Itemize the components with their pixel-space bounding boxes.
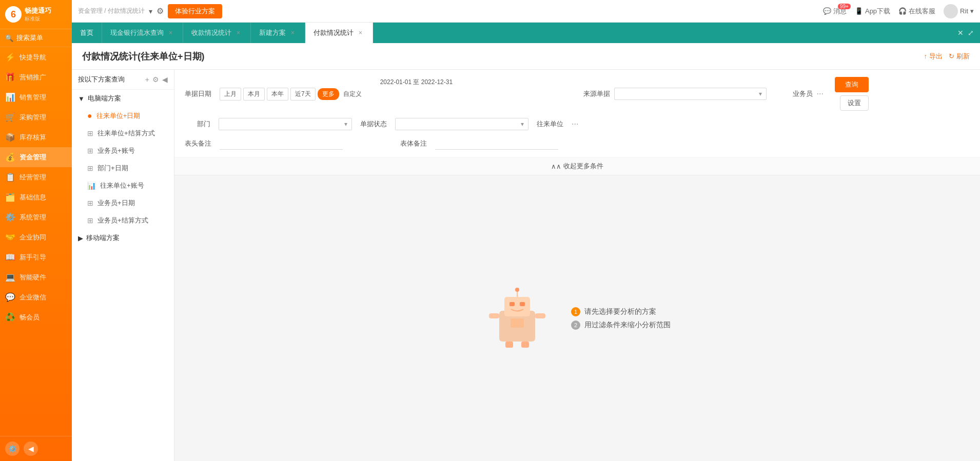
collapse-more-btn[interactable]: ∧∧ 收起更多条件: [551, 162, 603, 171]
cash-flow-tab-close[interactable]: ×: [167, 28, 174, 37]
filter-section: 单据日期 上月 本月 本年 近7天 更多 自定义: [174, 70, 980, 157]
pay-stat-tab-close[interactable]: ×: [357, 28, 364, 37]
receive-stat-tab-close[interactable]: ×: [234, 28, 242, 37]
date-range-display[interactable]: 2022-01-01 至 2022-12-31: [380, 78, 563, 87]
query-btn[interactable]: 查询: [835, 77, 869, 92]
sidebar-item-label: 企业协同: [19, 233, 46, 242]
sidebar-item-inventory[interactable]: 📦 库存核算: [0, 127, 72, 147]
sidebar-item-finance[interactable]: 💰 资金管理: [0, 147, 72, 167]
source-select[interactable]: ▾: [614, 88, 766, 100]
tab-pay-stat[interactable]: 付款情况统计 ×: [305, 23, 373, 43]
sidebar-collapse-btn[interactable]: ◀: [24, 442, 38, 456]
export-btn[interactable]: ↑ 导出: [924, 52, 943, 61]
sidebar-item-label: 销售管理: [19, 93, 46, 102]
collapse-bar: ∧∧ 收起更多条件: [174, 157, 980, 175]
last-7-days-btn[interactable]: 近7天: [290, 88, 316, 101]
home-tab-label: 首页: [80, 28, 93, 37]
desktop-scheme-category[interactable]: ▼ 电脑端方案: [72, 90, 174, 107]
scheme-item-partner-account[interactable]: 📊 往来单位+账号: [72, 177, 174, 194]
app-download-btn[interactable]: 📱 App下载: [855, 7, 890, 16]
chevron-right-icon: ▶: [78, 234, 83, 242]
sidebar-item-purchase[interactable]: 🛒 采购管理: [0, 107, 72, 127]
user-dropdown-icon: ▾: [970, 7, 974, 15]
search-icon: 🔍: [5, 34, 13, 42]
voucher-status-select[interactable]: ▾: [395, 118, 528, 130]
cooperation-icon: 🤝: [5, 232, 15, 242]
partner-ellipsis[interactable]: ···: [572, 119, 578, 129]
header-note-input[interactable]: [220, 137, 343, 150]
trial-btn[interactable]: 体验行业方案: [168, 4, 222, 18]
filter-settings-btn[interactable]: 设置: [840, 95, 869, 111]
add-scheme-btn[interactable]: +: [145, 75, 149, 84]
this-month-btn[interactable]: 本月: [243, 88, 265, 101]
scheme-item-partner-settlement[interactable]: ⊞ 往来单位+结算方式: [72, 125, 174, 142]
messages-btn[interactable]: 💬 消息 99+: [823, 7, 847, 16]
page-content: 付款情况统计(往来单位+日期) ↑ 导出 ↻ 刷新 按以下方案查询 +: [72, 43, 980, 461]
scheme-item-staff-account[interactable]: ⊞ 业务员+账号: [72, 142, 174, 159]
new-plan-tab-label: 新建方案: [259, 28, 286, 37]
sidebar-item-system[interactable]: ⚙️ 系统管理: [0, 207, 72, 227]
scheme-item-staff-date[interactable]: ⊞ 业务员+日期: [72, 194, 174, 212]
this-year-btn[interactable]: 本年: [267, 88, 288, 101]
scheme-item-dept-date[interactable]: ⊞ 部门+日期: [72, 159, 174, 177]
maximize-btn[interactable]: ⤢: [968, 29, 974, 37]
source-filter-label: 来源单据: [583, 89, 610, 98]
sidebar-item-hardware[interactable]: 💻 智能硬件: [0, 267, 72, 287]
sidebar-item-label: 基础信息: [19, 193, 46, 202]
sidebar-item-label: 经营管理: [19, 173, 46, 182]
collapse-arrow-icon: ∧∧: [551, 163, 561, 170]
search-menu[interactable]: 🔍 搜索菜单: [0, 29, 72, 47]
scheme-settings-btn[interactable]: ⚙: [152, 75, 159, 84]
sidebar: 6 畅捷通巧 标准版 🔍 搜索菜单 ⚡ 快捷导航 🎁 营销推广 📊 销售管理 🛒…: [0, 0, 72, 461]
refresh-btn[interactable]: ↻ 刷新: [949, 52, 970, 61]
sidebar-item-marketing[interactable]: 🎁 营销推广: [0, 67, 72, 87]
topbar-dropdown[interactable]: ▾: [149, 7, 152, 15]
sidebar-item-member[interactable]: ♻️ 畅会员: [0, 307, 72, 327]
scheme-panel-collapse-btn[interactable]: ◀: [162, 75, 168, 84]
sidebar-logo[interactable]: 6 畅捷通巧 标准版: [0, 0, 72, 29]
headset-icon: 🎧: [898, 7, 907, 15]
sidebar-item-sales[interactable]: 📊 销售管理: [0, 87, 72, 107]
marketing-icon: 🎁: [5, 72, 15, 82]
sidebar-item-wechat[interactable]: 💬 企业微信: [0, 287, 72, 307]
table-scheme-icon-3: ⊞: [87, 164, 93, 172]
svg-rect-10: [511, 318, 524, 328]
sidebar-item-guide[interactable]: 📖 新手引导: [0, 247, 72, 267]
tab-cash-flow[interactable]: 现金银行流水查询 ×: [102, 23, 183, 43]
export-icon: ↑: [924, 52, 928, 60]
filter-row-2: 部门 ▾ 单据状态 ▾ 往来单位 ···: [185, 118, 970, 130]
user-menu[interactable]: Rit ▾: [944, 4, 974, 18]
breadcrumb: 资金管理 / 付款情况统计: [78, 7, 145, 15]
source-filter-col: 来源单据 ▾: [583, 77, 766, 111]
scheme-item-staff-settlement[interactable]: ⊞ 业务员+结算方式: [72, 212, 174, 229]
tab-new-plan[interactable]: 新建方案 ×: [251, 23, 305, 43]
member-icon: ♻️: [5, 312, 15, 322]
last-month-btn[interactable]: 上月: [220, 88, 241, 101]
new-plan-tab-close[interactable]: ×: [289, 28, 297, 37]
filter-area: 单据日期 上月 本月 本年 近7天 更多 自定义: [174, 70, 980, 175]
dept-select[interactable]: ▾: [219, 118, 352, 130]
message-icon: 💬: [823, 7, 831, 15]
svg-rect-4: [509, 302, 515, 306]
tab-receive-stat[interactable]: 收款情况统计 ×: [183, 23, 251, 43]
sidebar-item-operation[interactable]: 📋 经营管理: [0, 167, 72, 187]
sidebar-item-quick-nav[interactable]: ⚡ 快捷导航: [0, 47, 72, 67]
close-all-tabs-btn[interactable]: ✕: [957, 29, 964, 37]
tab-home[interactable]: 首页: [72, 23, 102, 43]
online-service-btn[interactable]: 🎧 在线客服: [898, 7, 935, 16]
empty-tips: 1 请先选择要分析的方案 2 用过滤条件来缩小分析范围: [571, 307, 671, 330]
topbar-settings-icon[interactable]: ⚙: [156, 6, 164, 16]
staff-ellipsis[interactable]: ···: [817, 89, 824, 98]
logo-sub: 标准版: [25, 15, 51, 23]
operation-icon: 📋: [5, 172, 15, 182]
body-note-input[interactable]: [435, 137, 558, 150]
source-dropdown-icon: ▾: [759, 90, 762, 97]
sidebar-item-cooperation[interactable]: 🤝 企业协同: [0, 227, 72, 247]
voucher-status-dropdown-icon: ▾: [521, 121, 524, 128]
sidebar-item-basic-info[interactable]: 🗂️ 基础信息: [0, 187, 72, 207]
more-dates-btn[interactable]: 更多: [318, 88, 339, 100]
sidebar-settings-btn[interactable]: ⚙️: [5, 442, 19, 456]
inventory-icon: 📦: [5, 132, 15, 142]
scheme-item-partner-date[interactable]: ● 往来单位+日期: [72, 107, 174, 125]
mobile-scheme-category[interactable]: ▶ 移动端方案: [72, 229, 174, 247]
